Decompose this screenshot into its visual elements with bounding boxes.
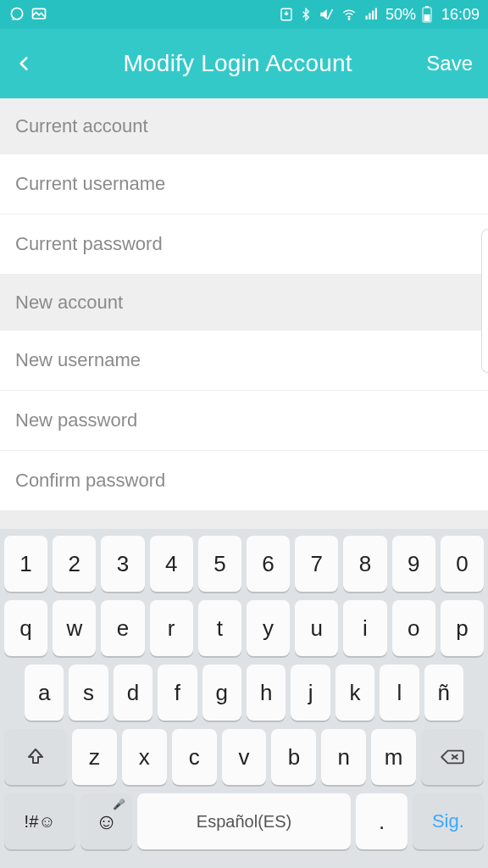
backspace-key[interactable] [421,729,484,785]
spacebar[interactable]: Español(ES) [137,793,352,849]
key-i[interactable]: i [343,600,386,656]
key-d[interactable]: d [114,665,152,721]
key-0[interactable]: 0 [441,536,484,592]
soft-keyboard: 1234567890 qwertyuiop asdfghjklñ zxcvbnm… [0,529,488,868]
svg-rect-8 [375,8,377,20]
current-username-input[interactable] [15,173,473,195]
confirm-password-input[interactable] [15,470,473,492]
key-row-qwerty: qwertyuiop [4,600,484,656]
symbols-key[interactable]: !#☺ [4,793,75,849]
key-v[interactable]: v [222,729,267,785]
key-8[interactable]: 8 [343,536,386,592]
key-u[interactable]: u [295,600,338,656]
signal-icon [363,7,380,22]
svg-rect-10 [424,14,430,21]
battery-pct: 50% [385,6,416,24]
key-6[interactable]: 6 [247,536,290,592]
next-key[interactable]: Sig. [413,793,484,849]
key-k[interactable]: k [336,665,374,721]
emoji-key[interactable]: ☺🎤 [80,793,131,849]
svg-point-0 [11,8,22,19]
svg-line-3 [327,9,332,19]
period-key[interactable]: . [356,793,407,849]
svg-point-4 [348,19,350,20]
field-confirm-password[interactable] [0,451,488,510]
image-icon [30,6,47,23]
mute-icon [318,7,335,22]
download-icon [279,7,294,22]
key-x[interactable]: x [122,729,167,785]
key-y[interactable]: y [247,600,290,656]
shift-key[interactable] [4,729,67,785]
bluetooth-icon [299,7,313,22]
key-1[interactable]: 1 [4,536,47,592]
key-ñ[interactable]: ñ [424,665,463,721]
section-current-account: Current account [0,98,488,154]
scroll-indicator[interactable] [481,229,488,373]
key-o[interactable]: o [392,600,435,656]
section-new-account: New account [0,275,488,331]
key-row-bottom: !#☺ ☺🎤 Español(ES) . Sig. [4,793,484,849]
key-r[interactable]: r [150,600,193,656]
key-row-asdf: asdfghjklñ [4,665,484,721]
key-p[interactable]: p [441,600,484,656]
status-bar: 50% 16:09 [0,0,488,29]
field-new-username[interactable] [0,331,488,391]
clock: 16:09 [441,6,480,24]
key-row-numbers: 1234567890 [4,536,484,592]
key-j[interactable]: j [291,665,330,721]
mic-icon: 🎤 [113,798,125,810]
battery-icon [421,6,433,23]
svg-rect-7 [372,11,374,20]
key-4[interactable]: 4 [150,536,193,592]
key-h[interactable]: h [247,665,286,721]
wifi-icon [340,7,358,22]
key-l[interactable]: l [380,665,419,721]
new-username-input[interactable] [15,349,473,371]
key-b[interactable]: b [271,729,316,785]
page-title: Modify Login Account [49,50,426,77]
key-z[interactable]: z [72,729,117,785]
key-9[interactable]: 9 [392,536,435,592]
key-row-zxcv: zxcvbnm [4,729,484,785]
key-2[interactable]: 2 [53,536,96,592]
key-w[interactable]: w [53,600,96,656]
key-f[interactable]: f [158,665,197,721]
key-s[interactable]: s [69,665,108,721]
key-3[interactable]: 3 [101,536,144,592]
key-g[interactable]: g [202,665,241,721]
key-a[interactable]: a [25,665,64,721]
key-t[interactable]: t [198,600,241,656]
app-header: Modify Login Account Save [0,29,488,98]
whatsapp-icon [8,6,25,23]
key-n[interactable]: n [321,729,366,785]
key-7[interactable]: 7 [295,536,338,592]
key-e[interactable]: e [101,600,144,656]
field-current-username[interactable] [0,154,488,214]
svg-rect-6 [369,14,370,20]
field-current-password[interactable] [0,214,488,275]
save-button[interactable]: Save [426,52,473,75]
key-c[interactable]: c [172,729,217,785]
new-password-input[interactable] [15,409,473,431]
back-button[interactable] [15,50,49,77]
svg-rect-11 [425,6,429,8]
field-new-password[interactable] [0,391,488,451]
current-password-input[interactable] [15,233,473,255]
key-5[interactable]: 5 [198,536,241,592]
key-q[interactable]: q [4,600,47,656]
key-m[interactable]: m [371,729,416,785]
svg-rect-5 [365,16,367,20]
